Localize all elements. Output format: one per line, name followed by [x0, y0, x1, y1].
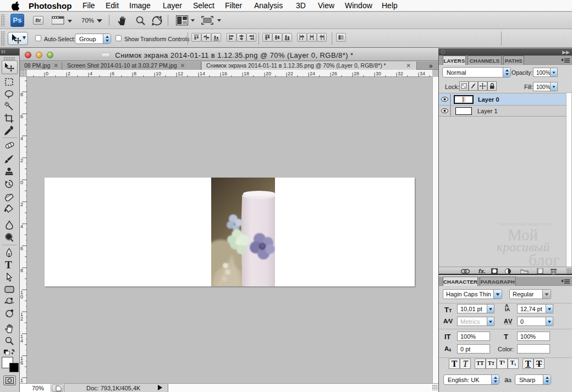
svg-text:2: 2	[20, 202, 23, 207]
svg-text:2: 2	[20, 158, 23, 163]
svg-text:28: 28	[354, 71, 359, 76]
svg-text:20: 20	[266, 71, 271, 76]
svg-text:4: 4	[20, 224, 23, 229]
svg-text:8: 8	[20, 268, 23, 273]
svg-text:22: 22	[288, 71, 293, 76]
svg-text:4: 4	[20, 136, 23, 141]
svg-text:6: 6	[20, 114, 23, 119]
svg-text:6: 6	[20, 360, 23, 366]
svg-text:34: 34	[420, 71, 425, 76]
svg-text:32: 32	[398, 71, 403, 76]
svg-text:26: 26	[332, 71, 337, 76]
svg-text:24: 24	[310, 71, 315, 76]
svg-text:16: 16	[222, 71, 227, 76]
svg-text:0: 0	[20, 294, 23, 300]
svg-text:18: 18	[244, 71, 249, 76]
svg-text:2: 2	[68, 71, 70, 76]
svg-text:8: 8	[20, 92, 23, 97]
svg-text:6: 6	[112, 71, 114, 76]
svg-text:4: 4	[20, 338, 23, 344]
svg-text:0: 0	[20, 180, 23, 185]
svg-text:4: 4	[90, 71, 92, 76]
svg-text:12: 12	[178, 71, 183, 76]
svg-text:14: 14	[200, 71, 205, 76]
svg-text:6: 6	[20, 246, 23, 251]
svg-text:0: 0	[46, 71, 48, 76]
svg-text:2: 2	[20, 316, 23, 322]
svg-text:10: 10	[156, 71, 161, 76]
svg-text:8: 8	[134, 71, 136, 76]
svg-text:30: 30	[376, 71, 381, 76]
